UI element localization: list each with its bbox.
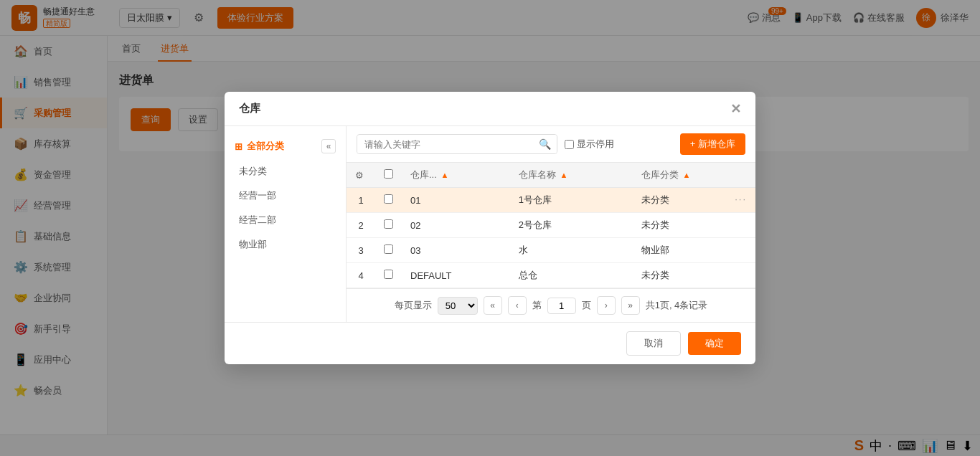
modal-header: 仓库 ✕: [225, 92, 755, 126]
search-button[interactable]: 🔍: [533, 135, 557, 153]
pagination-bar: 每页显示 50 10 20 100 « ‹ 第 页 › » 共1页, 4条记录: [347, 288, 755, 322]
category-all[interactable]: ⊞ 全部分类 «: [225, 133, 346, 159]
table-toolbar: 🔍 显示停用 + 新增仓库: [347, 126, 755, 162]
row-checkbox[interactable]: [384, 219, 393, 229]
select-all-checkbox[interactable]: [384, 169, 393, 179]
row-actions[interactable]: ···: [735, 194, 747, 204]
page-input[interactable]: [547, 298, 576, 314]
last-page-button[interactable]: »: [621, 296, 640, 315]
row-index: 4: [347, 263, 375, 288]
per-page-select[interactable]: 50 10 20 100: [438, 297, 478, 315]
row-name: 总仓: [510, 263, 633, 288]
close-icon[interactable]: ✕: [730, 103, 741, 115]
modal-footer: 取消 确定: [225, 322, 755, 364]
th-name: 仓库名称 ▲: [510, 163, 633, 188]
modal-body: ⊞ 全部分类 « 未分类 经营一部 经营二部 物业部 🔍 显示停用 + 新增仓库: [225, 126, 755, 322]
row-category: 未分类: [633, 213, 755, 238]
row-checkbox-cell: [375, 188, 402, 213]
show-disabled-checkbox[interactable]: [565, 140, 574, 149]
sort-category-icon[interactable]: ▲: [683, 171, 691, 179]
category-property[interactable]: 物业部: [225, 232, 346, 257]
first-page-button[interactable]: «: [484, 296, 502, 315]
row-name: 水: [510, 238, 633, 263]
show-disabled-label[interactable]: 显示停用: [565, 138, 614, 151]
row-checkbox-cell: [375, 213, 402, 238]
confirm-button[interactable]: 确定: [688, 332, 741, 355]
row-code: 03: [402, 238, 510, 263]
row-checkbox-cell: [375, 238, 402, 263]
th-category: 仓库分类 ▲: [633, 163, 755, 188]
prev-page-button[interactable]: ‹: [508, 296, 527, 315]
table-row: 4 DEFAULT 总仓 未分类: [347, 263, 755, 288]
table-row: 2 02 2号仓库 未分类: [347, 213, 755, 238]
page-suffix: 页: [582, 299, 591, 312]
category-dept2[interactable]: 经营二部: [225, 208, 346, 232]
gear-icon[interactable]: ⚙: [355, 170, 364, 181]
row-name: 2号仓库: [510, 213, 633, 238]
table-body: 1 01 1号仓库 未分类 ··· 2 02 2号仓库 未分类 3: [347, 188, 755, 288]
collapse-icon[interactable]: «: [321, 139, 336, 153]
row-code: 02: [402, 213, 510, 238]
row-category: 未分类: [633, 263, 755, 288]
total-info: 共1页, 4条记录: [646, 299, 708, 312]
row-checkbox[interactable]: [384, 244, 393, 254]
per-page-label: 每页显示: [395, 299, 432, 312]
category-uncategorized[interactable]: 未分类: [225, 159, 346, 184]
modal-title: 仓库: [239, 102, 260, 115]
row-index: 2: [347, 213, 375, 238]
add-warehouse-button[interactable]: + 新增仓库: [680, 133, 745, 155]
th-index: ⚙: [347, 163, 375, 188]
warehouse-modal: 仓库 ✕ ⊞ 全部分类 « 未分类 经营一部 经营二部 物业部 🔍: [225, 92, 755, 364]
table-row: 3 03 水 物业部: [347, 238, 755, 263]
next-page-button[interactable]: ›: [597, 296, 616, 315]
th-code: 仓库... ▲: [402, 163, 510, 188]
row-code: DEFAULT: [402, 263, 510, 288]
category-dept1[interactable]: 经营一部: [225, 184, 346, 208]
row-checkbox[interactable]: [384, 194, 393, 204]
row-code: 01: [402, 188, 510, 213]
row-index: 1: [347, 188, 375, 213]
grid-icon: ⊞: [235, 141, 242, 152]
row-checkbox-cell: [375, 263, 402, 288]
search-input[interactable]: [357, 136, 533, 153]
row-name: 1号仓库: [510, 188, 633, 213]
row-category: 物业部: [633, 238, 755, 263]
table-header-row: ⚙ 仓库... ▲ 仓库名称 ▲: [347, 163, 755, 188]
cancel-button[interactable]: 取消: [626, 331, 681, 356]
search-input-wrap: 🔍: [357, 134, 557, 154]
row-checkbox[interactable]: [384, 270, 393, 279]
category-panel: ⊞ 全部分类 « 未分类 经营一部 经营二部 物业部: [225, 126, 347, 322]
row-index: 3: [347, 238, 375, 263]
table-panel: 🔍 显示停用 + 新增仓库 ⚙: [347, 126, 755, 322]
th-checkbox: [375, 163, 402, 188]
table-row: 1 01 1号仓库 未分类 ···: [347, 188, 755, 213]
sort-name-icon[interactable]: ▲: [560, 171, 567, 179]
warehouse-table: ⚙ 仓库... ▲ 仓库名称 ▲: [347, 162, 755, 288]
sort-code-icon[interactable]: ▲: [440, 171, 448, 179]
page-label: 第: [532, 299, 542, 312]
row-category: 未分类 ···: [633, 188, 755, 213]
table-container: ⚙ 仓库... ▲ 仓库名称 ▲: [347, 162, 755, 288]
